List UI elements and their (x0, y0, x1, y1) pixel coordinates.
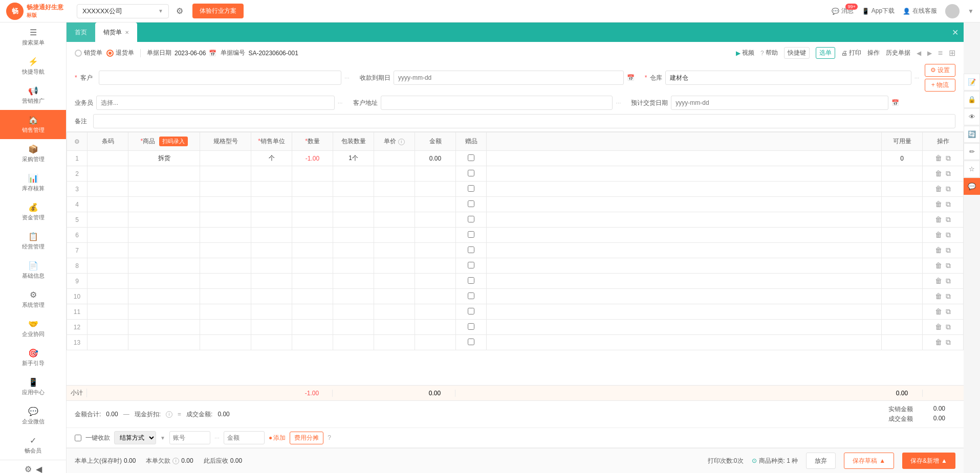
row-amount[interactable] (415, 243, 456, 258)
sidebar-item-operations[interactable]: 📋 经营管理 (0, 227, 66, 256)
delete-row-btn[interactable]: 🗑 (935, 231, 942, 239)
due-date-input[interactable] (394, 71, 624, 85)
row-price[interactable] (374, 182, 415, 197)
row-amount[interactable] (415, 182, 456, 197)
radio-sales[interactable]: 销货单 (75, 49, 102, 57)
row-amount[interactable]: 0.00 (415, 151, 456, 166)
settlement-method-select[interactable]: 结算方式 (114, 431, 156, 444)
trial-button[interactable]: 体验行业方案 (192, 4, 244, 18)
row-unit[interactable] (251, 274, 292, 289)
copy-row-btn[interactable]: ⧉ (946, 200, 951, 208)
tab-sales-order[interactable]: 销货单 ✕ (95, 22, 137, 42)
warehouse-input[interactable] (665, 71, 911, 85)
row-gift[interactable] (456, 182, 487, 197)
expected-date-input[interactable] (671, 96, 888, 110)
logistics-button[interactable]: + 物流 (925, 79, 955, 92)
sidebar-item-funds[interactable]: 💰 资金管理 (0, 197, 66, 227)
table-settings-icon[interactable]: ⚙ (74, 138, 80, 145)
delete-row-btn[interactable]: 🗑 (935, 277, 942, 285)
settings-button[interactable]: ⚙ 设置 (925, 64, 955, 77)
row-pack-qty[interactable] (333, 335, 374, 350)
price-info-icon[interactable]: i (398, 139, 405, 145)
row-amount[interactable] (415, 228, 456, 243)
row-unit[interactable] (251, 320, 292, 335)
copy-row-btn[interactable]: ⧉ (946, 185, 951, 193)
salesperson-dots-btn[interactable]: ··· (338, 99, 343, 106)
row-pack-qty[interactable] (333, 212, 374, 228)
scan-btn[interactable]: 扫码录入 (159, 137, 188, 146)
help-btn[interactable]: ? 帮助 (760, 49, 778, 57)
row-qty[interactable] (292, 166, 333, 182)
row-amount[interactable] (415, 320, 456, 335)
one-click-payment-checkbox[interactable] (75, 435, 81, 441)
copy-row-btn[interactable]: ⧉ (946, 277, 951, 285)
warehouse-dots-btn[interactable]: ··· (914, 74, 920, 81)
calendar-icon[interactable]: 📅 (209, 50, 216, 57)
delete-row-btn[interactable]: 🗑 (935, 261, 942, 269)
row-barcode[interactable] (88, 335, 128, 350)
tab-home[interactable]: 首页 (67, 22, 95, 42)
row-barcode[interactable] (88, 258, 128, 274)
row-unit[interactable] (251, 258, 292, 274)
goods-type-selector[interactable]: ⊙ 商品种类: 1 种 (752, 457, 798, 465)
note-input[interactable] (93, 114, 955, 128)
row-spec[interactable] (200, 274, 251, 289)
history-btn[interactable]: 历史单据 (886, 49, 910, 57)
float-note-btn[interactable]: 📝 (964, 74, 980, 91)
row-pack-qty[interactable] (333, 320, 374, 335)
payment-help-icon[interactable]: ? (328, 434, 331, 441)
float-lock-btn[interactable]: 🔒 (964, 91, 980, 108)
message-btn[interactable]: 💬 消息 99+ (832, 7, 854, 15)
row-amount[interactable] (415, 166, 456, 182)
delete-row-btn[interactable]: 🗑 (935, 185, 942, 193)
row-amount[interactable] (415, 289, 456, 304)
float-refresh-btn[interactable]: 🔄 (964, 126, 980, 143)
account-dots-btn[interactable]: ··· (214, 434, 220, 441)
row-gift[interactable] (456, 197, 487, 212)
customer-input[interactable] (99, 71, 341, 85)
select-btn[interactable]: 选单 (816, 47, 835, 59)
row-gift[interactable] (456, 335, 487, 350)
row-pack-qty[interactable] (333, 166, 374, 182)
row-price[interactable] (374, 197, 415, 212)
row-pack-qty[interactable] (333, 304, 374, 320)
copy-row-btn[interactable]: ⧉ (946, 292, 951, 300)
row-spec[interactable] (200, 335, 251, 350)
row-barcode[interactable] (88, 228, 128, 243)
salesperson-input[interactable] (96, 96, 335, 110)
add-payment-btn[interactable]: ● 添加 (269, 434, 286, 442)
float-star-btn[interactable]: ☆ (964, 161, 980, 177)
row-unit[interactable] (251, 182, 292, 197)
delete-row-btn[interactable]: 🗑 (935, 338, 942, 346)
delete-row-btn[interactable]: 🗑 (935, 215, 942, 223)
row-qty[interactable] (292, 274, 333, 289)
row-qty[interactable]: -1.00 (292, 151, 333, 166)
row-product[interactable] (128, 304, 200, 320)
row-price[interactable] (374, 212, 415, 228)
sidebar-item-basics[interactable]: 📄 基础信息 (0, 256, 66, 285)
row-price[interactable] (374, 289, 415, 304)
row-unit[interactable] (251, 243, 292, 258)
row-spec[interactable] (200, 228, 251, 243)
row-pack-qty[interactable] (333, 243, 374, 258)
prev-record-btn[interactable]: ◀ (917, 50, 921, 57)
sidebar-item-purchase[interactable]: 📦 采购管理 (0, 139, 66, 168)
due-date-calendar-icon[interactable]: 📅 (627, 74, 635, 81)
row-barcode[interactable] (88, 289, 128, 304)
company-selector[interactable]: XXXXXX公司 ▼ (77, 4, 169, 18)
delete-row-btn[interactable]: 🗑 (935, 323, 942, 331)
payment-amount-input[interactable] (224, 431, 265, 444)
row-barcode[interactable] (88, 274, 128, 289)
sidebar-item-marketing[interactable]: 📢 营销推广 (0, 81, 66, 110)
row-product[interactable] (128, 320, 200, 335)
copy-row-btn[interactable]: ⧉ (946, 215, 951, 223)
copy-row-btn[interactable]: ⧉ (946, 169, 951, 177)
row-qty[interactable] (292, 258, 333, 274)
row-amount[interactable] (415, 304, 456, 320)
row-unit[interactable]: 个 (251, 151, 292, 166)
next-record-btn[interactable]: ▶ (927, 50, 932, 57)
row-unit[interactable] (251, 197, 292, 212)
row-price[interactable] (374, 243, 415, 258)
settings-gear-btn[interactable]: ⚙ (172, 4, 187, 19)
sidebar-item-search-order[interactable]: ☰ 搜索菜单 (0, 22, 66, 52)
